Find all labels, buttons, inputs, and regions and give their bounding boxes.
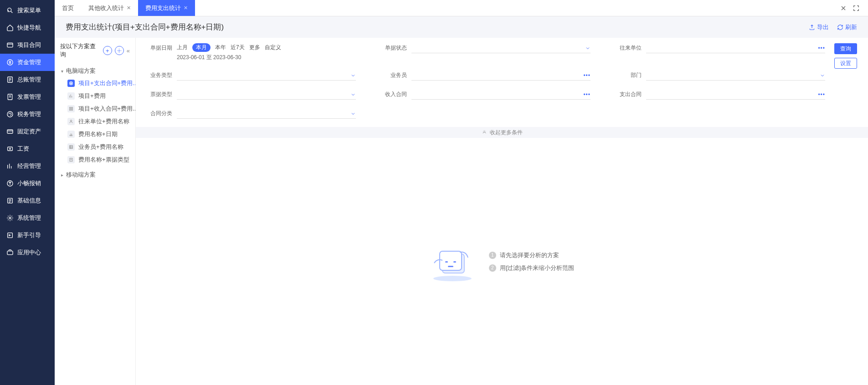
tree-group-label[interactable]: ▾电脑端方案 bbox=[55, 65, 135, 77]
scheme-item-4[interactable]: 费用名称+日期 bbox=[55, 128, 135, 141]
collapse-schemes-button[interactable]: « bbox=[127, 47, 130, 54]
scheme-item-6[interactable]: 费用名称+票据类型 bbox=[55, 153, 135, 166]
sidebar-item-basic-info[interactable]: 基础信息 bbox=[0, 192, 55, 209]
refresh-button[interactable]: 刷新 bbox=[837, 23, 857, 31]
partner-picker[interactable]: ••• bbox=[646, 43, 825, 53]
scheme-label: 费用名称+票据类型 bbox=[78, 156, 129, 164]
chevron-down-icon bbox=[350, 73, 356, 78]
sidebar-item-guide[interactable]: 新手引导 bbox=[0, 227, 55, 244]
status-select[interactable] bbox=[411, 43, 591, 53]
label-dept: 部门 bbox=[616, 71, 642, 79]
tab-close-icon[interactable]: ✕ bbox=[127, 5, 131, 11]
tab-close-icon[interactable]: ✕ bbox=[184, 5, 188, 11]
sidebar-label: 应用中心 bbox=[17, 248, 41, 257]
invoice-icon bbox=[6, 93, 14, 101]
scheme-item-0[interactable]: 项目+支出合同+费用... bbox=[55, 77, 135, 90]
label-partner: 往来单位 bbox=[616, 43, 642, 52]
biztype-select[interactable] bbox=[177, 71, 356, 81]
tab-other-income[interactable]: 其他收入统计✕ bbox=[81, 0, 138, 16]
sidebar-item-salary[interactable]: 工资 bbox=[0, 140, 55, 157]
tree-group-label[interactable]: ▸移动端方案 bbox=[55, 169, 135, 181]
dept-select[interactable] bbox=[646, 71, 825, 81]
scheme-settings-button[interactable] bbox=[115, 46, 124, 55]
field-status: 单据状态 bbox=[381, 43, 591, 61]
sidebar-item-project-contract[interactable]: 项目合同 bbox=[0, 36, 55, 54]
chart-icon bbox=[67, 92, 75, 100]
svg-rect-17 bbox=[70, 107, 71, 109]
user-icon bbox=[67, 118, 75, 125]
gear-icon bbox=[117, 48, 122, 53]
field-dept: 部门 bbox=[616, 71, 825, 81]
svg-rect-1 bbox=[7, 43, 13, 47]
sidebar-item-apps[interactable]: 应用中心 bbox=[0, 244, 55, 261]
scheme-item-3[interactable]: 往来单位+费用名称 bbox=[55, 115, 135, 128]
close-icon[interactable] bbox=[840, 5, 847, 12]
sidebar-item-search[interactable]: 搜索菜单 bbox=[0, 2, 55, 19]
sidebar-item-fund-mgmt[interactable]: 资金管理 bbox=[0, 54, 55, 71]
main: 首页 其他收入统计✕ 费用支出统计✕ 费用支出统计(项目+支出合同+费用名称+日… bbox=[55, 0, 868, 385]
apps-icon bbox=[6, 249, 14, 256]
collapse-filters-bar[interactable]: 收起更多条件 bbox=[136, 127, 868, 138]
empty-step-1: 1请先选择要分析的方案 bbox=[489, 251, 574, 259]
label-billtype: 票据类型 bbox=[147, 90, 172, 98]
svg-point-11 bbox=[9, 217, 11, 219]
sidebar-item-biz-mgmt[interactable]: 经营管理 bbox=[0, 157, 55, 175]
date-opt-more[interactable]: 更多 bbox=[249, 44, 260, 51]
chevron-down-icon bbox=[820, 73, 825, 78]
sidebar-item-ledger[interactable]: 总账管理 bbox=[0, 71, 55, 88]
system-icon bbox=[6, 214, 14, 222]
date-opt-thisyear[interactable]: 本年 bbox=[215, 44, 226, 51]
page-title: 费用支出统计(项目+支出合同+费用名称+日期) bbox=[66, 22, 224, 32]
empty-illustration bbox=[430, 241, 475, 282]
contract-cat-select[interactable] bbox=[177, 109, 356, 119]
query-button[interactable]: 查询 bbox=[834, 43, 857, 54]
folder-icon bbox=[6, 41, 14, 49]
sidebar-label: 基础信息 bbox=[17, 197, 41, 205]
add-scheme-button[interactable]: + bbox=[103, 46, 112, 55]
group-text: 移动端方案 bbox=[66, 171, 96, 179]
scheme-label: 项目+支出合同+费用... bbox=[78, 79, 135, 87]
settings-button[interactable]: 设置 bbox=[834, 58, 857, 69]
label-biztype: 业务类型 bbox=[147, 71, 172, 79]
sidebar-item-fixed-asset[interactable]: 固定资产 bbox=[0, 123, 55, 140]
empty-step-2: 2用[过滤]条件来缩小分析范围 bbox=[489, 264, 574, 272]
more-icon: ••• bbox=[583, 72, 591, 79]
tab-home[interactable]: 首页 bbox=[55, 0, 81, 16]
scheme-item-5[interactable]: 业务员+费用名称 bbox=[55, 141, 135, 153]
expense-contract-picker[interactable]: ••• bbox=[646, 90, 825, 100]
field-contract-cat: 合同分类 bbox=[147, 109, 356, 119]
label-salesman: 业务员 bbox=[381, 71, 407, 79]
salesman-picker[interactable]: ••• bbox=[411, 71, 591, 81]
tab-label: 首页 bbox=[62, 4, 74, 12]
refresh-icon bbox=[837, 24, 843, 30]
chevron-down-icon bbox=[350, 111, 356, 117]
sidebar-item-tax[interactable]: 税务管理 bbox=[0, 106, 55, 123]
sidebar-item-system[interactable]: 系统管理 bbox=[0, 209, 55, 227]
date-opt-custom[interactable]: 自定义 bbox=[265, 44, 281, 51]
sidebar-item-quicknav[interactable]: 快捷导航 bbox=[0, 19, 55, 36]
sidebar-item-reimburse[interactable]: 小畅报销 bbox=[0, 175, 55, 192]
date-opt-thismonth[interactable]: 本月 bbox=[192, 43, 211, 52]
tabs: 首页 其他收入统计✕ 费用支出统计✕ bbox=[55, 0, 868, 16]
more-icon: ••• bbox=[818, 91, 825, 98]
chevron-down-icon bbox=[585, 46, 591, 51]
ledger-icon bbox=[6, 76, 14, 83]
tab-expense-stats[interactable]: 费用支出统计✕ bbox=[138, 0, 195, 16]
export-button[interactable]: 导出 bbox=[809, 23, 829, 31]
fullscreen-icon[interactable] bbox=[853, 5, 860, 12]
field-partner: 往来单位 ••• bbox=[616, 43, 825, 61]
sidebar-label: 新手引导 bbox=[17, 231, 41, 239]
page-header: 费用支出统计(项目+支出合同+费用名称+日期) 导出 刷新 bbox=[55, 16, 868, 38]
empty-steps: 1请先选择要分析的方案 2用[过滤]条件来缩小分析范围 bbox=[489, 251, 574, 272]
field-income-contract: 收入合同 ••• bbox=[381, 90, 591, 100]
scheme-item-2[interactable]: 项目+收入合同+费用... bbox=[55, 102, 135, 115]
date-opt-lastmonth[interactable]: 上月 bbox=[177, 44, 188, 51]
date-opt-7days[interactable]: 近7天 bbox=[231, 44, 245, 51]
salary-icon bbox=[6, 145, 14, 152]
scheme-item-1[interactable]: 项目+费用 bbox=[55, 90, 135, 102]
billtype-select[interactable] bbox=[177, 90, 356, 100]
svg-point-14 bbox=[118, 50, 120, 51]
sidebar-item-invoice[interactable]: 发票管理 bbox=[0, 88, 55, 106]
income-contract-picker[interactable]: ••• bbox=[411, 90, 591, 100]
sidebar-label: 总账管理 bbox=[17, 76, 41, 84]
